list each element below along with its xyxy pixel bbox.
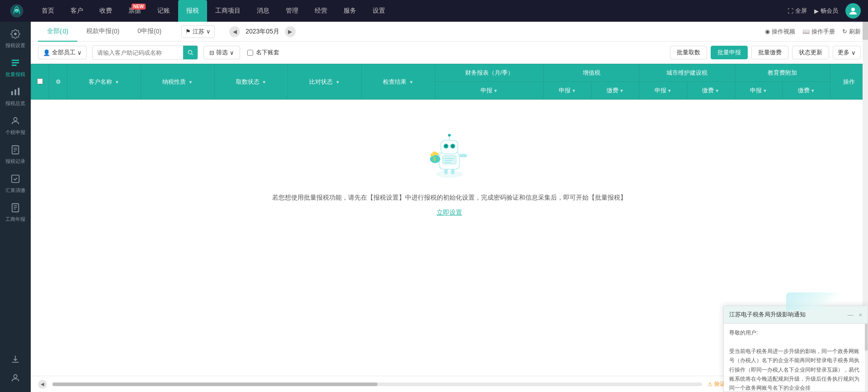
sidebar-label-tax-records: 报税记录 — [5, 158, 25, 165]
fullscreen-icon: ⛶ — [788, 8, 793, 14]
next-month-btn[interactable]: ▶ — [285, 26, 296, 37]
scroll-left-btn[interactable]: ◀ — [38, 380, 47, 389]
notif-scrollbar-thumb — [865, 324, 868, 351]
sidebar-item-annual-report[interactable]: 工商年报 — [2, 199, 29, 226]
select-all-checkbox[interactable] — [37, 78, 43, 84]
region-selector[interactable]: ⚑ 江苏 ∨ — [181, 25, 215, 38]
region-selector-area: ⚑ 江苏 ∨ — [181, 25, 215, 38]
filter-icon: ⊟ — [209, 49, 214, 56]
nav-billing[interactable]: 收费 — [91, 0, 120, 22]
header-vat: 增值税 — [543, 64, 639, 82]
nav-home[interactable]: 首页 — [33, 0, 62, 22]
nav-business[interactable]: 工商项目 — [207, 0, 249, 22]
tab-zero-declare[interactable]: 0申报(0) — [128, 22, 170, 42]
client-name-sort-icon: ▼ — [115, 80, 119, 85]
header-financial-declare: 申报▼ — [435, 82, 543, 100]
header-fetch-status: 取数状态 ▼ — [214, 64, 288, 100]
batch-declare-btn[interactable]: 批量申报 — [711, 46, 748, 59]
status-update-btn[interactable]: 状态更新 — [792, 46, 829, 59]
batch-fetch-btn[interactable]: 批量取数 — [670, 46, 707, 59]
empty-state-row: $ — [31, 100, 868, 244]
checkbox-text: 名下账套 — [256, 48, 279, 57]
header-city-pay: 缴费▼ — [687, 82, 735, 100]
nav-manage[interactable]: 管理 — [278, 0, 307, 22]
notif-close-btn[interactable]: × — [859, 311, 862, 318]
nav-service[interactable]: 服务 — [335, 0, 364, 22]
svg-rect-27 — [441, 140, 458, 154]
header-settings[interactable]: ⚙ — [49, 64, 67, 100]
sidebar-item-personal-tax[interactable]: 个税申报 — [2, 112, 29, 139]
tabs-bar: 全部(0) 税款申报(0) 0申报(0) ⚑ 江苏 ∨ ◀ 2023年05月 ▶ — [31, 22, 868, 42]
svg-rect-6 — [11, 91, 13, 95]
edu-pay-sort-icon: ▼ — [811, 88, 815, 93]
header-client-name: 客户名称 ▼ — [67, 64, 141, 100]
month-label: 2023年05月 — [245, 28, 279, 36]
svg-point-20 — [188, 50, 192, 54]
search-input[interactable] — [93, 47, 183, 58]
refresh-btn[interactable]: ↻ 刷新 — [842, 28, 861, 36]
nav-tax[interactable]: 报税 — [178, 0, 207, 22]
sidebar-label-annual-tax: 汇算清缴 — [5, 187, 25, 194]
sidebar-item-tax-overview[interactable]: 报税总览 — [2, 83, 29, 110]
vip-icon: ▶ — [814, 8, 819, 14]
nav-customer[interactable]: 客户 — [62, 0, 91, 22]
settings-icon: ⚙ — [56, 78, 61, 85]
tab-tax-declare[interactable]: 税款申报(0) — [77, 22, 128, 42]
search-button[interactable] — [183, 46, 198, 59]
video-btn[interactable]: ◉ 操作视频 — [765, 28, 795, 36]
notif-minimize-btn[interactable]: — — [847, 311, 853, 318]
more-chevron-icon: ∨ — [851, 49, 856, 56]
tab-all[interactable]: 全部(0) — [38, 22, 77, 42]
user-avatar[interactable] — [845, 3, 861, 19]
vip-btn[interactable]: ▶ 畅会员 — [814, 7, 838, 15]
filter-bar: 👤 全部员工 ∨ ⊟ 筛选 ∨ 名下账套 — [31, 42, 868, 64]
svg-rect-39 — [443, 156, 456, 164]
scrollbar-thumb — [52, 382, 377, 386]
fullscreen-label: 全屏 — [795, 7, 807, 15]
notification-panel: 江苏电子税务局升级影响通知 — × 尊敬的用户: 受当前电子税务局进一步升级的影… — [723, 306, 868, 392]
horizontal-scrollbar[interactable] — [52, 382, 702, 386]
nav-invoice[interactable]: 票据 NEW — [120, 0, 149, 22]
notification-title: 江苏电子税务局升级影响通知 — [729, 311, 806, 319]
header-check-result: 检查结果 ▼ — [362, 64, 435, 100]
prev-month-btn[interactable]: ◀ — [229, 26, 240, 37]
top-nav-right: ⛶ 全屏 ▶ 畅会员 — [788, 3, 861, 19]
app-logo[interactable] — [7, 1, 26, 20]
sidebar: 报税设置 批量报税 报税总览 — [0, 22, 31, 392]
checkbox-label[interactable]: 名下账套 — [247, 48, 279, 57]
more-btn[interactable]: 更多 ∨ — [833, 46, 861, 59]
nav-accounting[interactable]: 记账 — [149, 0, 178, 22]
header-checkbox[interactable] — [31, 64, 49, 100]
svg-point-2 — [851, 8, 855, 11]
nav-message[interactable]: 消息 — [249, 0, 278, 22]
sidebar-item-tax-settings[interactable]: 报税设置 — [2, 25, 29, 53]
manual-btn[interactable]: 📖 操作手册 — [802, 28, 835, 36]
employee-select[interactable]: 👤 全部员工 ∨ — [38, 46, 87, 59]
sidebar-item-annual-tax[interactable]: 汇算清缴 — [2, 170, 29, 197]
sidebar-item-batch-tax[interactable]: 批量报税 — [2, 54, 29, 81]
video-icon: ◉ — [765, 28, 770, 35]
header-vat-pay: 缴费▼ — [591, 82, 639, 100]
header-vat-declare: 申报▼ — [543, 82, 591, 100]
sidebar-label-annual-report: 工商年报 — [5, 216, 25, 223]
notif-scrollbar[interactable] — [865, 324, 868, 392]
svg-text:$: $ — [433, 156, 436, 162]
sidebar-user[interactable] — [2, 369, 29, 387]
filter-button[interactable]: ⊟ 筛选 ∨ — [203, 46, 240, 59]
filter-label: 筛选 — [216, 48, 228, 57]
nav-operation[interactable]: 经营 — [307, 0, 335, 22]
sidebar-label-batch-tax: 批量报税 — [5, 71, 25, 78]
manual-label: 操作手册 — [811, 28, 835, 36]
fullscreen-btn[interactable]: ⛶ 全屏 — [788, 7, 807, 15]
batch-pay-btn[interactable]: 批量缴费 — [751, 46, 788, 59]
notif-controls: — × — [847, 311, 862, 318]
city-declare-sort-icon: ▼ — [667, 88, 672, 93]
batch-tax-icon — [10, 58, 20, 69]
setup-link[interactable]: 立即设置 — [437, 209, 462, 217]
svg-point-21 — [436, 171, 463, 178]
header-financial: 财务报表（月/季） — [435, 64, 543, 82]
sidebar-item-tax-records[interactable]: 报税记录 — [2, 141, 29, 168]
account-checkbox[interactable] — [247, 50, 253, 56]
sidebar-download[interactable] — [2, 350, 29, 368]
nav-settings[interactable]: 设置 — [364, 0, 393, 22]
